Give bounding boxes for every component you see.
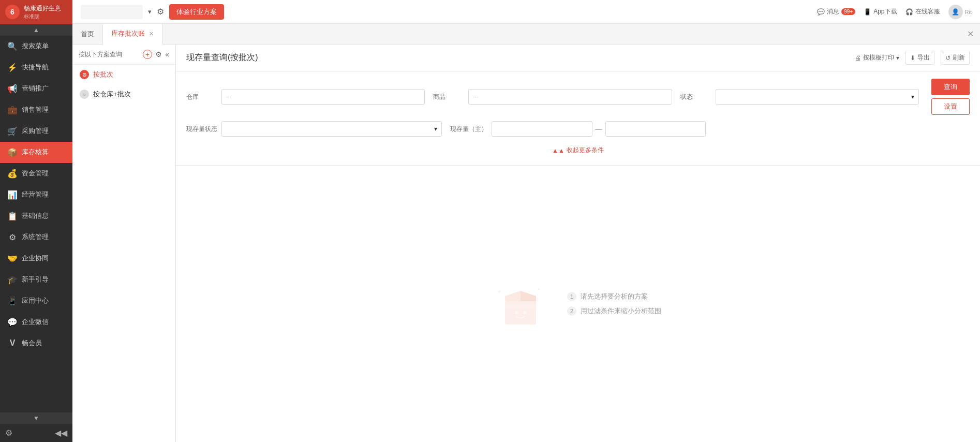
trial-btn[interactable]: 体验行业方案: [169, 4, 224, 20]
app-download-label: App下载: [873, 7, 897, 16]
sidebar-item-system[interactable]: ⚙ 系统管理: [0, 227, 72, 248]
sidebar: 6 畅康通好生意 标准版 ▲ 🔍 搜索菜单 ⚡ 快捷导航 📢 营销推广 💼 销售…: [0, 0, 72, 442]
sidebar-settings-btn[interactable]: ⚙: [5, 428, 12, 438]
sidebar-scroll-up[interactable]: ▲: [0, 24, 72, 36]
tab-close-btn[interactable]: ✕: [149, 31, 154, 37]
filter-goods: 商品 ···: [433, 89, 672, 105]
tip-num-2: 2: [567, 306, 576, 316]
print-dropdown-icon[interactable]: ▾: [896, 54, 899, 62]
sidebar-item-weixin-label: 企业微信: [22, 317, 49, 327]
sidebar-item-sales[interactable]: 💼 销售管理: [0, 99, 72, 121]
topbar: ▾ ⚙ 体验行业方案 💬 消息 99+ 📱 App下载 🎧 在线客服 👤: [72, 0, 980, 24]
sidebar-item-weixin[interactable]: 💬 企业微信: [0, 312, 72, 333]
sidebar-item-apps-label: 应用中心: [22, 296, 49, 305]
sidebar-nav: 🔍 搜索菜单 ⚡ 快捷导航 📢 营销推广 💼 销售管理 🛒 采购管理 📦 库存核…: [0, 36, 72, 412]
sidebar-item-operations[interactable]: 📊 经营管理: [0, 184, 72, 205]
sidebar-item-marketing-label: 营销推广: [22, 84, 49, 93]
user-avatar-btn[interactable]: 👤 Rit: [948, 5, 972, 19]
scheme-panel-title: 按以下方案查询: [79, 50, 122, 59]
messages-badge: 99+: [841, 8, 855, 15]
app-download-btn[interactable]: 📱 App下载: [864, 7, 897, 16]
panel-close-btn[interactable]: ✕: [961, 29, 980, 39]
sidebar-item-member[interactable]: V 畅会员: [0, 333, 72, 353]
username-label: Rit: [965, 9, 972, 15]
sidebar-item-marketing[interactable]: 📢 营销推广: [0, 78, 72, 99]
filter-area: 仓库 ··· 商品 ··· 状态: [176, 71, 980, 166]
sidebar-collapse-btn[interactable]: ◀◀: [55, 428, 67, 438]
member-icon: V: [7, 338, 18, 348]
export-icon: ⬇: [910, 54, 915, 62]
sidebar-item-quick-nav-label: 快捷导航: [22, 63, 49, 72]
filter-buttons: 查询 设置: [927, 79, 970, 115]
goods-more-icon: ···: [473, 93, 478, 100]
collapse-btn[interactable]: ▲▲ 收起更多条件: [186, 143, 970, 158]
app-title-block: 畅康通好生意 标准版: [24, 4, 61, 20]
sidebar-item-purchase[interactable]: 🛒 采购管理: [0, 121, 72, 142]
sidebar-item-inventory-label: 库存核算: [22, 148, 49, 157]
sidebar-item-enterprise[interactable]: 🤝 企业协同: [0, 248, 72, 269]
topbar-dropdown-icon[interactable]: ▾: [148, 8, 152, 16]
filter-stock-qty: 现存量（主） —: [450, 121, 706, 137]
sidebar-item-sales-label: 销售管理: [22, 105, 49, 114]
sidebar-item-basic-info[interactable]: 📋 基础信息: [0, 205, 72, 227]
svg-text:✦: ✦: [497, 289, 501, 294]
print-icon: 🖨: [855, 54, 861, 62]
online-service-btn[interactable]: 🎧 在线客服: [905, 7, 940, 16]
stock-qty-max[interactable]: [605, 121, 706, 137]
sidebar-item-operations-label: 经营管理: [22, 190, 49, 199]
goods-label: 商品: [433, 93, 464, 101]
apps-icon: 📱: [7, 296, 18, 306]
svg-point-5: [523, 311, 526, 314]
stock-qty-label: 现存量（主）: [450, 125, 487, 134]
query-btn[interactable]: 查询: [931, 79, 970, 95]
operations-icon: 📊: [7, 190, 18, 200]
settings-btn[interactable]: 设置: [931, 98, 970, 115]
sidebar-item-finance[interactable]: 💰 资金管理: [0, 163, 72, 184]
sidebar-item-quick-nav[interactable]: ⚡ 快捷导航: [0, 57, 72, 78]
stock-status-select[interactable]: ▾: [221, 121, 442, 137]
sidebar-item-inventory[interactable]: 📦 库存核算: [0, 142, 72, 163]
enterprise-icon: 🤝: [7, 254, 18, 263]
sidebar-item-search[interactable]: 🔍 搜索菜单: [0, 36, 72, 57]
sidebar-item-member-label: 畅会员: [22, 338, 42, 348]
scheme-add-btn[interactable]: +: [143, 50, 152, 59]
sidebar-item-guide[interactable]: 🎓 新手引导: [0, 269, 72, 290]
goods-input[interactable]: ···: [468, 89, 672, 105]
warehouse-input[interactable]: ···: [221, 89, 425, 105]
messages-btn[interactable]: 💬 消息 99+: [817, 7, 855, 16]
basic-info-icon: 📋: [7, 211, 18, 221]
topbar-right: 💬 消息 99+ 📱 App下载 🎧 在线客服 👤 Rit: [817, 5, 972, 19]
scheme-collapse-btn[interactable]: «: [165, 50, 169, 58]
user-avatar: 👤: [948, 5, 963, 19]
svg-point-4: [515, 311, 518, 314]
tab-inventory-batch[interactable]: 库存批次账 ✕: [103, 24, 162, 45]
guide-icon: 🎓: [7, 275, 18, 285]
scheme-settings-btn[interactable]: ⚙: [155, 50, 162, 58]
scheme-item-warehouse-batch[interactable]: ○ 按仓库+批次: [72, 84, 175, 104]
scheme-panel: 按以下方案查询 + ⚙ « ⊙ 按批次 ○ 按仓库+批次: [72, 45, 176, 442]
topbar-settings-icon[interactable]: ⚙: [157, 7, 164, 17]
content-area: 按以下方案查询 + ⚙ « ⊙ 按批次 ○ 按仓库+批次 现存量查询(按批次): [72, 45, 980, 442]
tab-home[interactable]: 首页: [72, 24, 103, 44]
page-header-actions: 🖨 按模板打印 ▾ ⬇ 导出 ↺ 刷新: [855, 51, 970, 65]
empty-content: ✦ ✦ ✦ 1 请先选择要分析的方案 2 用过滤条件来缩小分析范围: [495, 278, 661, 330]
scheme-item-batch-label: 按批次: [93, 70, 113, 79]
sidebar-item-system-label: 系统管理: [22, 232, 49, 242]
sidebar-item-apps[interactable]: 📱 应用中心: [0, 290, 72, 312]
empty-state: ✦ ✦ ✦ 1 请先选择要分析的方案 2 用过滤条件来缩小分析范围: [176, 166, 980, 442]
refresh-btn[interactable]: ↺ 刷新: [941, 51, 970, 65]
refresh-label: 刷新: [953, 53, 965, 62]
status-dropdown-icon: ▾: [911, 93, 914, 100]
topbar-left: ▾ ⚙ 体验行业方案: [81, 4, 224, 20]
scheme-item-batch[interactable]: ⊙ 按批次: [72, 65, 175, 84]
print-btn[interactable]: 🖨 按模板打印 ▾: [855, 53, 899, 62]
range-separator: —: [596, 125, 602, 133]
status-select[interactable]: ▾: [716, 89, 919, 105]
online-service-label: 在线客服: [915, 7, 940, 16]
app-title: 畅康通好生意: [24, 4, 61, 13]
export-btn[interactable]: ⬇ 导出: [905, 51, 934, 65]
stock-qty-min[interactable]: [492, 121, 592, 137]
scheme-dot-active: ⊙: [80, 70, 89, 79]
sidebar-item-enterprise-label: 企业协同: [22, 254, 49, 263]
sidebar-scroll-down[interactable]: ▼: [0, 412, 72, 424]
